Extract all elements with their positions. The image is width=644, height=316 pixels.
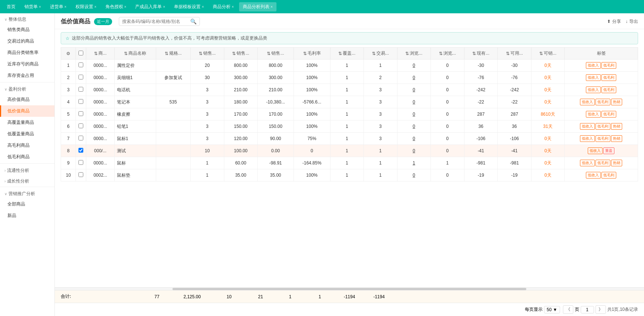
export-button[interactable]: ↓ 导出: [625, 18, 638, 25]
nav-permissions[interactable]: 权限设置 ×: [72, 2, 100, 11]
close-icon[interactable]: ×: [202, 5, 204, 9]
product-tag: 低收入: [580, 99, 595, 105]
row-checkbox[interactable]: [78, 172, 83, 177]
nav-product-analysis-list[interactable]: 商品分析列表 ×: [239, 2, 276, 11]
nav-role-auth[interactable]: 角色授权 ×: [102, 2, 130, 11]
nav-template-settings[interactable]: 单据模板设置 ×: [170, 2, 208, 11]
select-all-checkbox[interactable]: [78, 51, 83, 55]
col-name[interactable]: ⇅商品名称: [114, 48, 156, 60]
row-browse2: 0: [431, 133, 464, 145]
close-icon[interactable]: ×: [94, 5, 97, 9]
close-icon[interactable]: ×: [271, 5, 273, 9]
sidebar-item-low-coverage[interactable]: 低覆盖量商品: [0, 128, 54, 140]
first-page-button[interactable]: 《: [563, 305, 573, 314]
row-checkbox[interactable]: [78, 136, 83, 140]
close-icon[interactable]: ×: [232, 5, 234, 9]
row-tags: 低收入低毛利热销: [565, 120, 638, 133]
row-checkbox[interactable]: [78, 99, 83, 104]
search-input[interactable]: [122, 19, 189, 24]
sidebar-group-profit[interactable]: ∨ 盈利分析: [0, 83, 54, 94]
sort-icon: ⇅: [303, 51, 307, 56]
nav-home[interactable]: 首页: [3, 2, 19, 11]
col-saleable[interactable]: ⇅可销...: [531, 48, 565, 60]
nav-product-entry[interactable]: 产成品入库单 ×: [131, 2, 169, 11]
row-sales-price: 35.00: [224, 169, 258, 181]
browse-link[interactable]: 0: [413, 63, 415, 68]
product-tag: 低毛利: [601, 74, 616, 81]
row-name: 鼠标1: [114, 133, 156, 145]
col-sales-qty[interactable]: ⇅销售...: [191, 48, 224, 60]
row-browse2: 0: [431, 108, 464, 120]
sidebar-item-high-value[interactable]: 高价值商品: [0, 94, 54, 105]
browse-link[interactable]: 0: [413, 112, 415, 117]
col-spec[interactable]: ⇅规格...: [156, 48, 191, 60]
sidebar-item-low-value[interactable]: 低价值商品: [0, 105, 54, 117]
browse-link[interactable]: 0: [413, 75, 415, 80]
row-sales-qty: 3: [191, 133, 224, 145]
col-available[interactable]: ⇅可用...: [498, 48, 531, 60]
browse-link[interactable]: 0: [413, 87, 415, 92]
browse-link[interactable]: 1: [413, 160, 415, 166]
page-number-input[interactable]: [581, 306, 594, 313]
row-available: -41: [498, 145, 531, 157]
sidebar-item-traded-products[interactable]: 交易过的商品: [0, 35, 54, 47]
col-sales-amount[interactable]: ⇅销售...: [258, 48, 294, 60]
period-tag[interactable]: 近一月: [94, 18, 112, 25]
row-checkbox[interactable]: [78, 148, 83, 153]
row-gross-margin: 100%: [294, 60, 330, 72]
sidebar-item-sales-products[interactable]: 销售类商品: [0, 24, 54, 35]
sidebar-item-high-margin[interactable]: 高毛利商品: [0, 140, 54, 151]
table-container[interactable]: ⚙ ⇅商... ⇅商品名称 ⇅规格... ⇅销售... ⇅销售... ⇅销售..…: [55, 47, 644, 287]
sidebar-item-low-margin[interactable]: 低毛利商品: [0, 151, 54, 163]
col-gross-margin[interactable]: ⇅毛利率: [294, 48, 330, 60]
sidebar-item-new-products[interactable]: 新品: [0, 210, 54, 221]
settings-icon[interactable]: ⚙: [66, 51, 70, 56]
col-sales-price[interactable]: ⇅销售...: [224, 48, 258, 60]
row-gross-margin: 0: [294, 145, 330, 157]
row-gross-margin: 100%: [294, 84, 330, 96]
browse-link[interactable]: 0: [413, 136, 415, 141]
sidebar-item-category-sales-rate[interactable]: 商品分类销售率: [0, 47, 54, 58]
row-checkbox[interactable]: [78, 62, 83, 67]
sidebar-item-high-coverage[interactable]: 高覆盖量商品: [0, 117, 54, 128]
browse-link[interactable]: 0: [413, 173, 415, 178]
sidebar-group-flow[interactable]: › 流通性分析: [0, 164, 54, 175]
row-sales-price: 180.00: [224, 96, 258, 108]
col-current[interactable]: ⇅现有...: [464, 48, 498, 60]
close-icon[interactable]: ×: [39, 5, 41, 9]
col-browse2[interactable]: ⇅浏览...: [431, 48, 464, 60]
share-button[interactable]: ⬆ 分享: [607, 18, 621, 25]
row-checkbox[interactable]: [78, 87, 83, 92]
row-tags: 低收入低毛利: [565, 108, 638, 120]
col-coverage[interactable]: ⇅覆盖...: [330, 48, 364, 60]
browse-link[interactable]: 0: [413, 124, 415, 129]
sidebar-group-growth[interactable]: › 成长性分析: [0, 175, 54, 186]
sidebar-group-overall[interactable]: ∨ 整体信息: [0, 13, 54, 24]
col-settings[interactable]: ⚙: [61, 48, 76, 60]
col-browse1[interactable]: ⇅浏览...: [397, 48, 431, 60]
nav-sales-order[interactable]: 销货单 ×: [21, 2, 45, 11]
browse-link[interactable]: 0: [413, 148, 415, 153]
nav-purchase-order[interactable]: 进货单 ×: [46, 2, 70, 11]
sidebar-group-marketing[interactable]: ∨ 营销推广分析: [0, 188, 54, 198]
search-icon[interactable]: 🔍: [190, 18, 197, 24]
col-transaction[interactable]: ⇅交易...: [364, 48, 398, 60]
sidebar-item-inventory-capital[interactable]: 库存资金占用: [0, 70, 54, 81]
close-icon[interactable]: ×: [64, 5, 67, 9]
row-checkbox[interactable]: [78, 75, 83, 79]
browse-link[interactable]: 0: [413, 99, 415, 105]
row-checkbox[interactable]: [78, 160, 83, 165]
close-icon[interactable]: ×: [163, 5, 165, 9]
close-icon[interactable]: ×: [124, 5, 127, 9]
horizontal-scrollbar[interactable]: [55, 287, 644, 290]
col-code[interactable]: ⇅商...: [86, 48, 114, 60]
sidebar-item-low-stock[interactable]: 近库存亏的商品: [0, 58, 54, 70]
row-checkbox[interactable]: [78, 111, 83, 116]
row-checkbox[interactable]: [78, 123, 83, 128]
nav-product-analysis[interactable]: 商品分析 ×: [209, 2, 238, 11]
col-tags[interactable]: 标签: [565, 48, 638, 60]
last-page-button[interactable]: 》: [596, 305, 606, 314]
sidebar-item-all-products[interactable]: 全部商品: [0, 198, 54, 210]
row-coverage: 1: [330, 96, 364, 108]
page-size-select-box[interactable]: 50 ▼: [544, 306, 560, 313]
